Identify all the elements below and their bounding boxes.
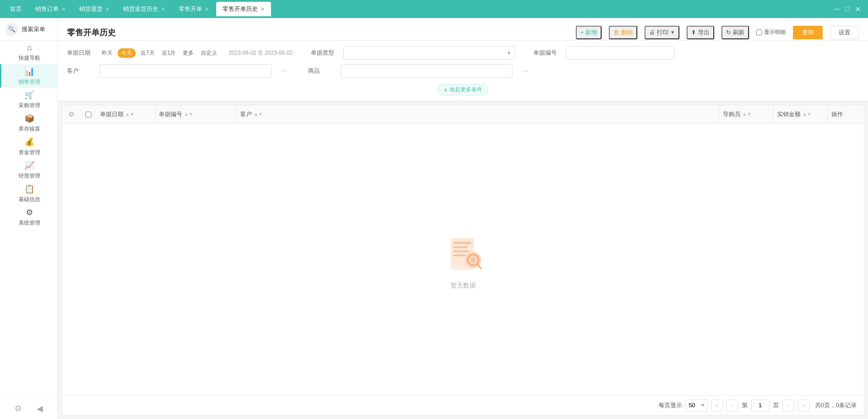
sidebar-search-label: 搜索采单 — [22, 25, 45, 33]
print-button[interactable]: 🖨 打印 ▼ — [645, 26, 679, 39]
goods-input[interactable] — [341, 64, 512, 78]
tab-sales-order-label: 销售订单 — [35, 5, 59, 13]
client-dots[interactable]: ··· — [279, 67, 290, 75]
table-area: ⚙ 单据日期 ▲▼ 单据编号 ▲▼ 客户 ▲▼ 导购员 — [62, 105, 864, 415]
top-tabbar: 首页 销售订单 ✕ 销货退货 ✕ 销货退货历史 ✕ 零售开单 ✕ 零售开单历史 … — [0, 0, 868, 18]
table-select-all[interactable] — [80, 112, 96, 118]
prev-page-icon: ‹ — [731, 402, 733, 409]
th-client-sort-icon[interactable]: ▲▼ — [254, 112, 263, 117]
operations-icon: 📈 — [24, 160, 34, 170]
tab-sales-return-history-close[interactable]: ✕ — [161, 6, 165, 12]
tab-home[interactable]: 首页 — [4, 2, 28, 16]
pagination-bar: 每页显示 50 20 100 « ‹ 第 页 › — [62, 395, 864, 415]
print-icon: 🖨 — [649, 29, 655, 36]
tab-retail-open-close[interactable]: ✕ — [205, 6, 209, 12]
sidebar-item-quick-nav[interactable]: ⌂ 快捷导航 — [0, 41, 57, 64]
filter-area: 单据日期 昨天 今天 近7天 近1月 更多 自定义 2023-06-02 至 2… — [58, 41, 868, 101]
finance-icon: 💰 — [24, 137, 34, 147]
query-button[interactable]: 查询 — [793, 26, 823, 39]
sidebar-search[interactable]: 🔍 搜索采单 — [0, 18, 57, 41]
sidebar-item-sales-mgmt[interactable]: 📊 销售管理 — [0, 64, 57, 88]
page-header: 零售开单历史 + 新增 🗑 删除 🖨 打印 ▼ ⬆ 导出 ↻ 刷新 — [58, 18, 868, 41]
date-btn-more[interactable]: 更多 — [180, 48, 196, 58]
refresh-icon: ↻ — [726, 29, 731, 36]
empty-icon — [441, 229, 486, 274]
tab-sales-return-label: 销货退货 — [79, 5, 103, 13]
tab-sales-return-close[interactable]: ✕ — [105, 6, 109, 12]
refresh-label: 刷新 — [733, 28, 745, 37]
first-page-button[interactable]: « — [711, 400, 723, 411]
print-arrow-icon: ▼ — [670, 30, 675, 35]
sidebar-collapse-button[interactable]: ◀ — [37, 404, 43, 414]
goods-filter-label: 商品 — [308, 67, 333, 75]
table-settings-button[interactable]: ⚙ — [62, 110, 80, 118]
th-guide-sort-icon[interactable]: ▲▼ — [742, 112, 751, 117]
goods-dots[interactable]: ··· — [520, 67, 531, 75]
maximize-button[interactable]: □ — [845, 5, 849, 14]
sidebar-item-system-mgmt-label: 系统管理 — [19, 219, 40, 227]
sidebar-item-sales-mgmt-label: 销售管理 — [19, 78, 40, 86]
th-date-sort-icon[interactable]: ▲▼ — [125, 112, 134, 117]
th-client-label: 客户 — [240, 110, 252, 118]
date-btn-custom[interactable]: 自定义 — [199, 48, 219, 58]
page-size-select[interactable]: 50 20 100 — [686, 399, 707, 412]
setting-button[interactable]: 设置 — [830, 26, 859, 39]
doc-num-filter-label: 单据编号 — [533, 49, 559, 57]
tab-sales-order[interactable]: 销售订单 ✕ — [29, 2, 72, 16]
client-input[interactable] — [100, 64, 271, 78]
sidebar-item-system-mgmt[interactable]: ⚙ 系统管理 — [0, 205, 57, 229]
collapse-button[interactable]: ∧ 收起更多条件 — [438, 84, 488, 95]
th-date-label: 单据日期 — [100, 110, 123, 118]
th-num-label: 单据编号 — [159, 110, 182, 118]
date-btn-today[interactable]: 今天 — [118, 48, 136, 58]
display-detail-checkbox[interactable]: 显示明细 — [756, 28, 786, 36]
delete-button[interactable]: 🗑 删除 — [609, 26, 637, 39]
last-page-button[interactable]: » — [798, 400, 810, 411]
close-button[interactable]: ✕ — [855, 5, 861, 14]
window-controls: ─ □ ✕ — [835, 5, 864, 14]
th-num-sort-icon[interactable]: ▲▼ — [184, 112, 193, 117]
filter-row-date: 单据日期 昨天 今天 近7天 近1月 更多 自定义 2023-06-02 至 2… — [67, 46, 859, 60]
th-amount-sort-icon[interactable]: ▲▼ — [802, 112, 811, 117]
sidebar-item-purchase-mgmt[interactable]: 🛒 采购管理 — [0, 88, 57, 111]
sidebar-item-operations-label: 经营管理 — [19, 172, 40, 180]
date-btn-last7days[interactable]: 近7天 — [138, 48, 157, 58]
th-guide: 导购员 ▲▼ — [719, 105, 773, 123]
display-detail-input[interactable] — [756, 29, 762, 35]
date-btn-last1month[interactable]: 近1月 — [160, 48, 178, 58]
sidebar-item-operations[interactable]: 📈 经营管理 — [0, 158, 57, 182]
sidebar-item-basic-info[interactable]: 📋 基础信息 — [0, 182, 57, 205]
svg-rect-3 — [453, 246, 468, 248]
refresh-button[interactable]: ↻ 刷新 — [721, 26, 749, 39]
sidebar-settings-button[interactable]: ⚙ — [14, 404, 22, 414]
minimize-button[interactable]: ─ — [835, 5, 840, 14]
add-button[interactable]: + 新增 — [576, 26, 602, 39]
sidebar-item-purchase-mgmt-label: 采购管理 — [19, 102, 40, 109]
tab-retail-open[interactable]: 零售开单 ✕ — [172, 2, 215, 16]
prev-page-button[interactable]: ‹ — [726, 400, 738, 411]
doc-num-input[interactable] — [566, 46, 674, 60]
th-ops: 操作 — [828, 105, 864, 123]
tab-sales-return[interactable]: 销货退货 ✕ — [73, 2, 116, 16]
sidebar-menu: ⌂ 快捷导航 📊 销售管理 🛒 采购管理 📦 库存核算 💰 资金管理 📈 — [0, 41, 57, 397]
tab-sales-return-history-label: 销货退货历史 — [123, 5, 158, 13]
main-layout: 🔍 搜索采单 ⌂ 快捷导航 📊 销售管理 🛒 采购管理 📦 库存核算 💰 — [0, 18, 868, 419]
sales-icon: 📊 — [24, 66, 34, 76]
select-all-checkbox[interactable] — [85, 112, 91, 118]
tab-sales-order-close[interactable]: ✕ — [62, 6, 66, 12]
client-filter-label: 客户 — [67, 67, 92, 75]
tab-sales-return-history[interactable]: 销货退货历史 ✕ — [117, 2, 171, 16]
sidebar-item-inventory[interactable]: 📦 库存核算 — [0, 111, 57, 135]
tab-retail-open-history[interactable]: 零售开单历史 ✕ — [216, 2, 271, 16]
date-btn-yesterday[interactable]: 昨天 — [100, 48, 115, 58]
page-number-input[interactable] — [751, 400, 769, 411]
export-icon: ⬆ — [691, 29, 696, 36]
doc-type-select[interactable] — [343, 46, 515, 60]
tab-retail-open-history-close[interactable]: ✕ — [261, 6, 265, 12]
date-filter-label: 单据日期 — [67, 49, 92, 57]
next-page-icon: › — [787, 402, 789, 409]
next-page-button[interactable]: › — [783, 400, 794, 411]
sidebar-item-finance[interactable]: 💰 资金管理 — [0, 135, 57, 158]
export-button[interactable]: ⬆ 导出 — [687, 26, 714, 39]
table-header-row: ⚙ 单据日期 ▲▼ 单据编号 ▲▼ 客户 ▲▼ 导购员 — [62, 105, 864, 124]
